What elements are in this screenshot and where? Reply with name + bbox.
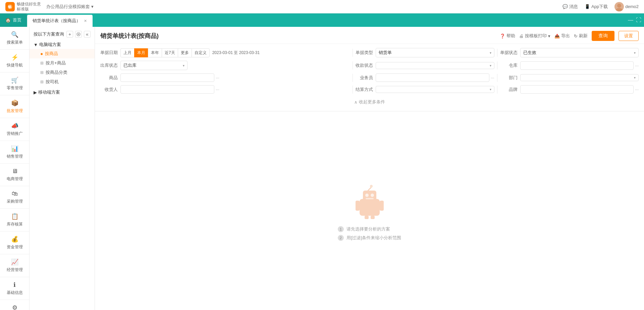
tab-minimize-icon[interactable]: —: [628, 17, 633, 23]
sidebar-item-search-menu[interactable]: 🔍 搜索菜单: [0, 27, 29, 50]
collapse-filter-button[interactable]: ∧ 收起更多条件: [100, 97, 639, 107]
date-btn-this-month[interactable]: 本月: [134, 48, 148, 57]
date-btn-this-year[interactable]: 本年: [148, 48, 162, 57]
sidebar-item-quick-nav[interactable]: ⚡ 快捷导航: [0, 50, 29, 72]
brand-control: ···: [520, 85, 639, 94]
active-scheme-icon: ●: [40, 51, 43, 56]
sidebar-item-inventory[interactable]: 📋 库存核算: [0, 209, 29, 231]
tab-home[interactable]: 🏠 首页: [0, 13, 27, 27]
scheme-item-by-cashier[interactable]: ⊞ 按司机: [30, 77, 95, 87]
filter-doc-status: 单据状态 已生效 ▾: [500, 48, 639, 57]
settings-button[interactable]: 设置: [619, 31, 639, 41]
out-status-control: 已出库 ▾: [120, 61, 350, 70]
sidebar-item-operations[interactable]: 📈 经营管理: [0, 254, 29, 277]
sidebar-item-system[interactable]: ⚙ 系统管理: [0, 300, 29, 310]
doc-type-control: 销货单 ▾: [376, 48, 494, 57]
svg-point-2: [617, 4, 621, 8]
left-panel-title: 按以下方案查询: [34, 31, 64, 37]
payment-method-control: ▾: [376, 86, 494, 93]
chevron-down-icon: ▾: [634, 76, 636, 80]
add-scheme-button[interactable]: +: [66, 31, 73, 38]
edit-scheme-button[interactable]: [75, 31, 82, 38]
sidebar-item-sales[interactable]: 📊 销售管理: [0, 141, 29, 164]
salesperson-input[interactable]: [376, 73, 489, 82]
topbar-left: 畅 畅捷信好生意 标准版 办公用品行业模拟账套 ▾: [5, 2, 96, 11]
date-btn-more[interactable]: 更多: [178, 48, 192, 57]
brand-input[interactable]: [520, 85, 634, 94]
scheme-item-by-goods[interactable]: ● 按商品: [30, 49, 95, 58]
user-menu[interactable]: demo2: [614, 2, 639, 11]
scheme-item-by-goods-cat[interactable]: ⊞ 按商品分类: [30, 68, 95, 77]
divider5: [353, 74, 353, 82]
sidebar-item-finance[interactable]: 💰 资金管理: [0, 231, 29, 254]
left-panel: 按以下方案查询 + « ▼ 电脑端方案 ● 按商品: [30, 27, 95, 310]
message-button[interactable]: 💬 消息: [562, 4, 578, 10]
scheme-item-by-month-goods[interactable]: ⊞ 按月+商品: [30, 58, 95, 68]
sidebar-item-retail[interactable]: 🛒 零售管理: [0, 72, 29, 95]
industry-select[interactable]: 办公用品行业模拟账套 ▾: [44, 3, 96, 10]
brand-more-icon[interactable]: ···: [635, 87, 639, 92]
date-btn-7days[interactable]: 近7天: [162, 48, 178, 57]
receiver-input[interactable]: [120, 85, 214, 94]
app-download-button[interactable]: 📱 App下载: [585, 4, 608, 10]
empty-tip-1: 1 请先选择要分析的方案: [338, 226, 401, 232]
filter-date-label: 单据日期: [100, 50, 120, 56]
goods-more-icon[interactable]: ···: [216, 75, 219, 80]
payment-status-control: ▾: [376, 62, 494, 69]
sidebar-item-wholesale[interactable]: 📦 批发管理: [0, 95, 29, 118]
query-button[interactable]: 查询: [592, 31, 614, 41]
help-button[interactable]: ❓ 帮助: [500, 33, 515, 39]
topbar-right: 💬 消息 📱 App下载 demo2: [562, 2, 639, 11]
tab-close-icon[interactable]: ✕: [84, 19, 87, 23]
out-status-select[interactable]: 已出库 ▾: [120, 61, 187, 70]
scheme-grid2-icon: ⊞: [40, 70, 44, 75]
goods-input[interactable]: [120, 73, 214, 82]
filter-salesperson-label: 业务员: [356, 75, 376, 81]
receiver-more-icon[interactable]: ···: [216, 87, 219, 92]
sidebar-item-ecommerce[interactable]: 🖥 电商管理: [0, 164, 29, 186]
print-button[interactable]: 🖨 按模板打印 ▾: [519, 33, 550, 39]
filter-date: 单据日期 上月 本月 本年 近7天 更多 自定义 2023-03-01 至 20…: [100, 48, 350, 57]
chevron-down-icon: ▾: [91, 4, 94, 9]
doc-type-select[interactable]: 销货单 ▾: [376, 48, 494, 57]
svg-point-9: [365, 194, 369, 197]
left-panel-actions: + «: [66, 31, 91, 38]
filter-row-3: 商品 ··· 业务员 ···: [100, 73, 639, 82]
export-button[interactable]: 📤 导出: [554, 33, 570, 39]
basic-info-icon: ℹ: [13, 281, 16, 289]
receiver-control: ···: [120, 85, 350, 94]
payment-method-select[interactable]: ▾: [376, 86, 494, 93]
refresh-button[interactable]: ↻ 刷新: [574, 33, 588, 39]
system-icon: ⚙: [12, 304, 17, 310]
svg-rect-8: [363, 191, 376, 201]
export-icon: 📤: [554, 34, 560, 39]
svg-point-17: [370, 185, 373, 188]
svg-rect-7: [360, 199, 380, 216]
filter-goods-label: 商品: [100, 75, 120, 81]
message-icon: 💬: [562, 4, 568, 9]
scheme-group-pc-header[interactable]: ▼ 电脑端方案: [30, 40, 95, 49]
payment-status-select[interactable]: ▾: [376, 62, 494, 69]
tab-sales-stat[interactable]: 销货单统计表（按商品） ✕: [27, 15, 93, 27]
date-btn-last-month[interactable]: 上月: [120, 48, 134, 57]
empty-svg-icon: [350, 180, 390, 221]
scheme-group-mobile-header[interactable]: ▶ 移动端方案: [30, 88, 95, 97]
scheme-group-mobile: ▶ 移动端方案: [30, 88, 95, 97]
doc-status-select[interactable]: 已生效 ▾: [520, 48, 639, 57]
chevron-down-icon: ▾: [490, 64, 491, 67]
empty-illustration: [350, 180, 390, 221]
sidebar-item-purchase[interactable]: 🛍 采购管理: [0, 186, 29, 209]
date-btn-custom[interactable]: 自定义: [192, 48, 210, 57]
warehouse-more-icon[interactable]: ···: [635, 63, 639, 68]
collapse-panel-button[interactable]: «: [84, 31, 91, 38]
salesperson-more-icon[interactable]: ···: [491, 75, 494, 80]
svg-text:畅: 畅: [8, 5, 11, 9]
sidebar-item-marketing[interactable]: 📣 营销推广: [0, 118, 29, 141]
warehouse-input[interactable]: [520, 61, 634, 70]
page-header-actions: ❓ 帮助 🖨 按模板打印 ▾ 📤 导出 ↻ 刷新: [500, 31, 639, 41]
department-select[interactable]: ▾: [520, 74, 639, 81]
department-control: ▾: [520, 74, 639, 81]
sidebar-item-basic-info[interactable]: ℹ 基础信息: [0, 277, 29, 300]
content-area: 按以下方案查询 + « ▼ 电脑端方案 ● 按商品: [30, 27, 644, 310]
tab-maximize-icon[interactable]: ⛶: [636, 17, 641, 23]
